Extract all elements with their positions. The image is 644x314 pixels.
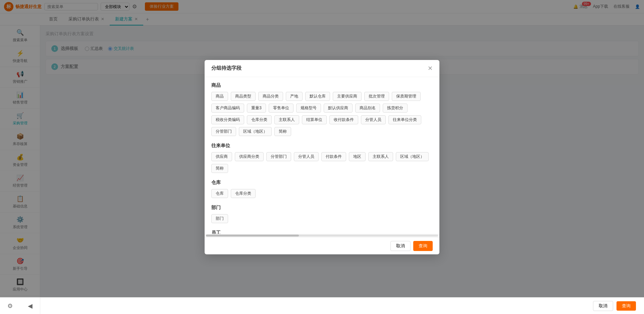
modal-header: 分组待选字段 ✕ (205, 60, 439, 77)
section-warehouse-title: 仓库 (211, 180, 433, 186)
field-tag[interactable]: 分管部门 (266, 152, 291, 161)
modal-cancel-button[interactable]: 取消 (390, 241, 411, 251)
field-tag[interactable]: 商品别名 (355, 104, 380, 113)
section-employee-title: 员工 (211, 230, 433, 234)
field-tag[interactable]: 主联系人 (274, 115, 299, 124)
field-tag[interactable]: 简称 (274, 127, 291, 136)
field-tag[interactable]: 商品 (211, 92, 228, 101)
section-partner: 往来单位 供应商 供应商分类 分管部门 分管人员 付款条件 地区 主联系人 区域… (211, 143, 433, 173)
field-tag[interactable]: 零售单位 (269, 104, 293, 113)
field-tag[interactable]: 结算单位 (302, 115, 327, 124)
field-tag[interactable]: 仓库分类 (231, 189, 256, 198)
field-tag[interactable]: 重量3 (247, 104, 266, 113)
department-fields: 部门 (211, 214, 433, 223)
section-goods-title: 商品 (211, 82, 433, 88)
sidebar-footer: ⚙ ◀ (0, 297, 40, 314)
field-tag[interactable]: 仓库分类 (247, 115, 272, 124)
field-tag[interactable]: 主联系人 (368, 152, 393, 161)
field-tag[interactable]: 简称 (211, 164, 228, 173)
section-employee: 员工 业务员 (211, 230, 433, 234)
field-tag[interactable]: 分管人员 (361, 115, 386, 124)
field-tag[interactable]: 批次管理 (364, 92, 389, 101)
field-tag[interactable]: 产地 (286, 92, 303, 101)
field-tag[interactable]: 默认仓库 (305, 92, 330, 101)
modal-title: 分组待选字段 (211, 65, 241, 71)
field-tag[interactable]: 付款条件 (321, 152, 346, 161)
field-tag[interactable]: 往来单位分类 (388, 115, 421, 124)
field-tag[interactable]: 税收分类编码 (211, 115, 244, 124)
field-tag[interactable]: 保质期管理 (392, 92, 421, 101)
field-tag[interactable]: 主要供应商 (333, 92, 362, 101)
field-tag[interactable]: 客户商品编码 (211, 104, 244, 113)
goods-fields: 商品 商品类型 商品分类 产地 默认仓库 主要供应商 批次管理 保质期管理 客户… (211, 92, 433, 136)
field-tag[interactable]: 分管部门 (211, 127, 236, 136)
sidebar-collapse-button[interactable]: ◀ (28, 302, 33, 310)
sidebar-settings-button[interactable]: ⚙ (7, 302, 13, 310)
field-tag[interactable]: 仓库 (211, 189, 228, 198)
field-tag[interactable]: 商品分类 (258, 92, 283, 101)
modal-horizontal-scrollbar[interactable] (205, 234, 439, 237)
field-tag[interactable]: 规格型号 (296, 104, 321, 113)
page-confirm-button[interactable]: 查询 (616, 301, 636, 311)
modal-footer: 取消 查询 (205, 237, 439, 254)
section-department-title: 部门 (211, 205, 433, 211)
field-select-modal: 分组待选字段 ✕ 商品 商品 商品类型 商品分类 产地 默认仓库 主要供应商 批… (205, 60, 439, 254)
section-warehouse: 仓库 仓库 仓库分类 (211, 180, 433, 198)
field-tag[interactable]: 分管人员 (294, 152, 319, 161)
field-tag[interactable]: 部门 (211, 214, 228, 223)
partner-fields: 供应商 供应商分类 分管部门 分管人员 付款条件 地区 主联系人 区域（地区） … (211, 152, 433, 173)
field-tag[interactable]: 供应商 (211, 152, 232, 161)
field-tag[interactable]: 商品类型 (231, 92, 256, 101)
field-tag[interactable]: 区域（地区） (239, 127, 272, 136)
modal-body: 商品 商品 商品类型 商品分类 产地 默认仓库 主要供应商 批次管理 保质期管理… (205, 77, 439, 234)
modal-close-button[interactable]: ✕ (428, 65, 433, 72)
section-department: 部门 部门 (211, 205, 433, 223)
warehouse-fields: 仓库 仓库分类 (211, 189, 433, 198)
field-tag[interactable]: 收付款条件 (329, 115, 358, 124)
field-tag[interactable]: 默认供应商 (324, 104, 353, 113)
page-cancel-button[interactable]: 取消 (593, 301, 613, 311)
field-tag[interactable]: 地区 (349, 152, 366, 161)
section-partner-title: 往来单位 (211, 143, 433, 149)
field-tag[interactable]: 拣货积分 (383, 104, 408, 113)
section-goods: 商品 商品 商品类型 商品分类 产地 默认仓库 主要供应商 批次管理 保质期管理… (211, 82, 433, 136)
bottom-bar: 取消 查询 (0, 297, 644, 314)
field-tag[interactable]: 区域（地区） (396, 152, 429, 161)
modal-confirm-button[interactable]: 查询 (413, 241, 433, 251)
field-tag[interactable]: 供应商分类 (235, 152, 264, 161)
